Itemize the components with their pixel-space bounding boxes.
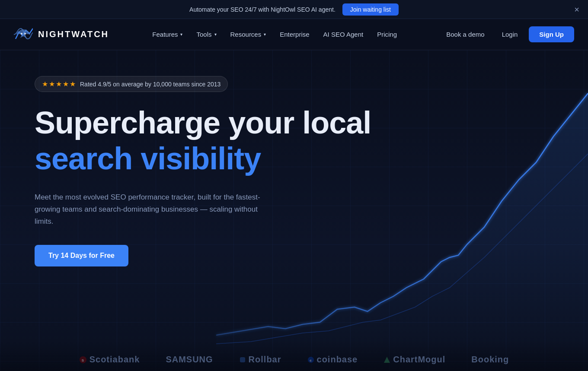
brand-chartmogul: ChartMogul xyxy=(383,355,445,365)
svg-marker-7 xyxy=(384,357,390,363)
hero-headline-line2: search visibility xyxy=(35,140,553,177)
star-3: ★ xyxy=(56,80,62,88)
hero-section: ★ ★ ★ ★ ★ Rated 4.9/5 on average by 10,0… xyxy=(0,50,588,371)
brand-scotiabank: S Scotiabank xyxy=(79,355,140,365)
chevron-down-icon: ▾ xyxy=(180,32,182,37)
star-4: ★ xyxy=(63,80,69,88)
join-waiting-list-button[interactable]: Join waiting list xyxy=(342,3,399,16)
logo-text: NIGHTWATCH xyxy=(38,29,109,39)
logo-icon xyxy=(14,27,33,42)
nav-links: Features ▾ Tools ▾ Resources ▾ Enterpris… xyxy=(146,27,403,41)
svg-point-0 xyxy=(21,33,22,35)
announcement-text: Automate your SEO 24/7 with NightOwl SEO… xyxy=(189,6,336,13)
book-demo-button[interactable]: Book a demo xyxy=(440,27,490,41)
nav-actions: Book a demo Login Sign Up xyxy=(440,26,574,42)
hero-description: Meet the most evolved SEO performance tr… xyxy=(35,191,277,228)
signup-button[interactable]: Sign Up xyxy=(529,26,574,42)
star-1: ★ xyxy=(42,80,48,88)
stars: ★ ★ ★ ★ ★ xyxy=(42,80,76,88)
svg-point-1 xyxy=(24,33,26,35)
nav-item-resources[interactable]: Resources ▾ xyxy=(224,27,272,41)
brand-booking: Booking xyxy=(471,355,509,365)
close-announcement-button[interactable]: × xyxy=(574,5,579,14)
announcement-bar: Automate your SEO 24/7 with NightOwl SEO… xyxy=(0,0,588,19)
star-5: ★ xyxy=(70,80,76,88)
hero-headline-line1: Supercharge your local xyxy=(35,106,553,140)
svg-rect-4 xyxy=(240,357,245,362)
chevron-down-icon: ▾ xyxy=(264,32,266,37)
brand-rollbar: Rollbar xyxy=(239,355,281,365)
nav-item-ai-seo-agent[interactable]: AI SEO Agent xyxy=(317,27,370,41)
hero-content: ★ ★ ★ ★ ★ Rated 4.9/5 on average by 10,0… xyxy=(0,76,588,266)
nav-item-tools[interactable]: Tools ▾ xyxy=(190,27,222,41)
nav-item-pricing[interactable]: Pricing xyxy=(371,27,403,41)
svg-text:c: c xyxy=(310,358,312,362)
rating-text: Rated 4.9/5 on average by 10,000 teams s… xyxy=(80,81,220,88)
login-button[interactable]: Login xyxy=(496,27,524,41)
nav-item-features[interactable]: Features ▾ xyxy=(146,27,189,41)
brand-samsung: SAMSUNG xyxy=(166,355,213,365)
logo[interactable]: NIGHTWATCH xyxy=(14,27,109,42)
star-2: ★ xyxy=(49,80,55,88)
brand-coinbase: c coinbase xyxy=(307,355,358,365)
svg-text:S: S xyxy=(82,358,84,362)
rating-badge: ★ ★ ★ ★ ★ Rated 4.9/5 on average by 10,0… xyxy=(35,76,228,92)
try-free-button[interactable]: Try 14 Days for Free xyxy=(35,245,128,266)
chevron-down-icon: ▾ xyxy=(214,32,217,37)
nav-item-enterprise[interactable]: Enterprise xyxy=(274,27,315,41)
navbar: NIGHTWATCH Features ▾ Tools ▾ Resources … xyxy=(0,19,588,50)
brand-logos: S Scotiabank SAMSUNG Rollbar c coinbase … xyxy=(0,341,588,371)
